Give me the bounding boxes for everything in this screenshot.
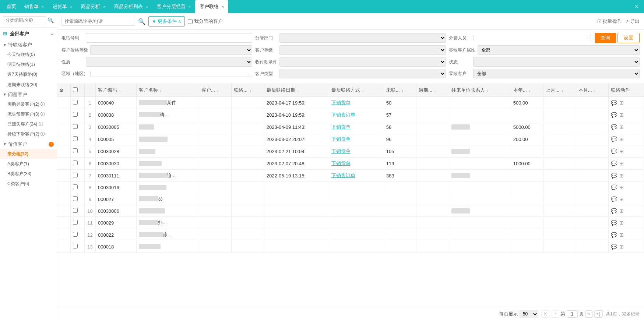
page-number-input[interactable] bbox=[567, 310, 578, 318]
grid2-icon[interactable]: ⊞ bbox=[619, 220, 624, 226]
method-link[interactable]: 下销售订单 bbox=[331, 173, 355, 178]
td-checkbox[interactable] bbox=[70, 217, 84, 229]
sidebar-item-ungrouped[interactable]: 未分组(32) bbox=[0, 149, 57, 159]
section-pending-contact[interactable]: ▼ 待联络客户 bbox=[0, 40, 57, 50]
th-customer-name[interactable]: 客户名称 ↕ bbox=[136, 84, 199, 97]
td-checkbox[interactable] bbox=[70, 205, 84, 217]
more-conditions-button[interactable]: ▼ 更多条件 ∧ bbox=[148, 16, 185, 27]
method-link[interactable]: 下销货单 bbox=[331, 160, 351, 166]
grid2-icon[interactable]: ⊞ bbox=[619, 124, 624, 130]
chat-icon[interactable]: 💬 bbox=[611, 136, 617, 142]
chat-icon[interactable]: 💬 bbox=[611, 148, 617, 154]
th-this-month[interactable]: 本月... ↕ bbox=[576, 84, 608, 97]
td-checkbox[interactable] bbox=[70, 182, 84, 193]
zero-customer-select[interactable]: 全部 bbox=[473, 69, 640, 78]
th-checkbox[interactable] bbox=[70, 84, 84, 97]
close-product-analysis-tab[interactable]: × bbox=[103, 4, 105, 9]
th-no-contact[interactable]: 未联... ↕ bbox=[384, 84, 416, 97]
chat-icon[interactable]: 💬 bbox=[611, 184, 617, 190]
status-select[interactable] bbox=[473, 57, 640, 67]
nav-tab-product-list[interactable]: 商品分析列表 × bbox=[110, 0, 152, 13]
last-page-button[interactable]: ›| bbox=[594, 310, 603, 318]
nav-tab-product-analysis[interactable]: 商品分析 × bbox=[77, 0, 110, 13]
row-checkbox[interactable] bbox=[73, 124, 78, 129]
method-link[interactable]: 下销货单 bbox=[331, 124, 351, 130]
nav-tab-customer-contact[interactable]: 客户联络 × bbox=[195, 0, 228, 13]
next-page-button[interactable]: › bbox=[585, 310, 593, 318]
chat-icon[interactable]: 💬 bbox=[611, 220, 617, 226]
th-unit-contact[interactable]: 往来单位联系人 ↕ bbox=[449, 84, 511, 97]
method-link[interactable]: 下销货单 bbox=[331, 100, 351, 105]
method-link[interactable]: 下销售订单 bbox=[331, 112, 355, 117]
th-settings[interactable]: ⚙ bbox=[57, 84, 70, 97]
row-checkbox[interactable] bbox=[73, 196, 78, 201]
grid2-icon[interactable]: ⊞ bbox=[619, 112, 624, 118]
payment-select[interactable] bbox=[279, 57, 446, 67]
grid2-icon[interactable]: ⊞ bbox=[619, 184, 624, 190]
prev-page-button[interactable]: ‹ bbox=[552, 310, 559, 318]
chat-icon[interactable]: 💬 bbox=[611, 196, 617, 202]
zero-attr-select[interactable]: 全部 bbox=[478, 45, 640, 55]
sidebar-item-class-c[interactable]: C类客户(6) bbox=[0, 179, 57, 189]
sidebar-item-abnormal[interactable]: 囤购异常客户(2) ⓘ bbox=[0, 99, 57, 109]
person-more-icon[interactable]: ··· bbox=[586, 36, 589, 40]
first-page-button[interactable]: K bbox=[541, 310, 550, 318]
grid2-icon[interactable]: ⊞ bbox=[619, 173, 624, 179]
th-customer-cat[interactable]: 客户... ↕ bbox=[199, 84, 231, 97]
reset-button[interactable]: 设置 bbox=[617, 33, 640, 43]
close-product-list-tab[interactable]: × bbox=[146, 4, 148, 9]
export-button[interactable]: ↗ 导出 bbox=[625, 18, 640, 25]
chat-icon[interactable]: 💬 bbox=[611, 100, 617, 106]
close-customer-contact-tab[interactable]: × bbox=[222, 4, 224, 9]
close-sales-tab[interactable]: × bbox=[42, 4, 44, 9]
chat-icon[interactable]: 💬 bbox=[611, 112, 617, 118]
sidebar-item-overdue[interactable]: 逾期未联络(30) bbox=[0, 80, 57, 90]
sidebar-search-icon[interactable]: 🔍 bbox=[47, 17, 54, 23]
td-checkbox[interactable] bbox=[70, 109, 84, 121]
row-checkbox[interactable] bbox=[73, 160, 78, 165]
sidebar-search-input[interactable] bbox=[3, 16, 46, 24]
th-contact[interactable]: 联络... ↕ bbox=[232, 84, 264, 97]
phone-input[interactable] bbox=[86, 33, 252, 43]
grid2-icon[interactable]: ⊞ bbox=[619, 196, 624, 202]
chat-icon[interactable]: 💬 bbox=[611, 173, 617, 179]
grid2-icon[interactable]: ⊞ bbox=[619, 208, 624, 214]
customer-type-select[interactable] bbox=[279, 69, 446, 78]
row-checkbox[interactable] bbox=[73, 232, 78, 237]
grid2-icon[interactable]: ⊞ bbox=[619, 232, 624, 238]
th-overdue[interactable]: 逾期... ↕ bbox=[416, 84, 449, 97]
row-checkbox[interactable] bbox=[73, 148, 78, 153]
price-level-select[interactable] bbox=[90, 45, 252, 55]
th-last-contact-method[interactable]: 最后联络方式 ↕ bbox=[329, 84, 384, 97]
td-checkbox[interactable] bbox=[70, 170, 84, 182]
main-search-input[interactable] bbox=[61, 17, 135, 26]
chat-icon[interactable]: 💬 bbox=[611, 232, 617, 238]
customer-level-select[interactable] bbox=[279, 45, 446, 55]
sidebar-item-churned[interactable]: 已流失客户(24) ⓘ bbox=[0, 119, 57, 129]
nav-home[interactable]: 首页 bbox=[3, 0, 20, 13]
chat-icon[interactable]: 💬 bbox=[611, 208, 617, 214]
th-this-year[interactable]: 本年... ↕ bbox=[511, 84, 543, 97]
sidebar-item-declining[interactable]: 持续下滑客户(2) ⓘ bbox=[0, 129, 57, 139]
row-checkbox[interactable] bbox=[73, 112, 78, 117]
row-checkbox[interactable] bbox=[73, 244, 78, 248]
row-checkbox[interactable] bbox=[73, 100, 78, 105]
close-customer-mgmt-tab[interactable]: × bbox=[189, 4, 191, 9]
th-customer-code[interactable]: 客户编码 ↕ bbox=[95, 84, 136, 97]
sidebar-all-customers[interactable]: ⊞ 全部客户 « bbox=[0, 28, 57, 40]
select-all-checkbox[interactable] bbox=[73, 87, 78, 92]
grid2-icon[interactable]: ⊞ bbox=[619, 136, 624, 142]
nav-tab-sales[interactable]: 销售单 × bbox=[20, 0, 48, 13]
sidebar-item-class-a[interactable]: A类客户(1) bbox=[0, 159, 57, 169]
nav-tab-purchase[interactable]: 进货单 × bbox=[48, 0, 77, 13]
my-customers-checkbox[interactable]: 我分管的客户 bbox=[188, 18, 223, 25]
grid2-icon[interactable]: ⊞ bbox=[619, 160, 624, 166]
sidebar-item-today[interactable]: 今天待联络(0) bbox=[0, 50, 57, 60]
grid2-icon[interactable]: ⊞ bbox=[619, 148, 624, 154]
td-checkbox[interactable] bbox=[70, 158, 84, 170]
row-checkbox[interactable] bbox=[73, 220, 78, 225]
sidebar-collapse-button[interactable]: « bbox=[51, 31, 54, 37]
main-search-icon[interactable]: 🔍 bbox=[138, 18, 145, 25]
close-window-button[interactable]: × bbox=[632, 3, 641, 10]
section-value-customers[interactable]: ▼ 价值客户 ! bbox=[0, 140, 57, 149]
